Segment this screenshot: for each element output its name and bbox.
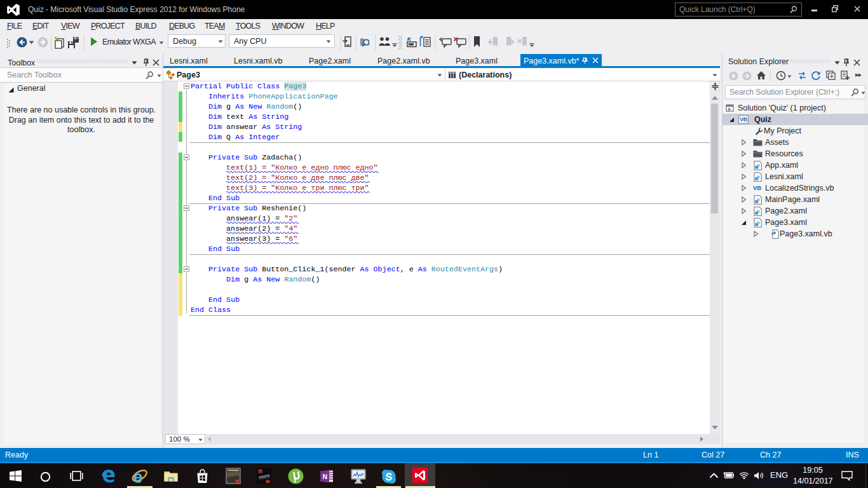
- svg-text:e: e: [133, 468, 143, 484]
- svg-text:VB: VB: [740, 116, 747, 123]
- svg-text:N: N: [323, 473, 328, 480]
